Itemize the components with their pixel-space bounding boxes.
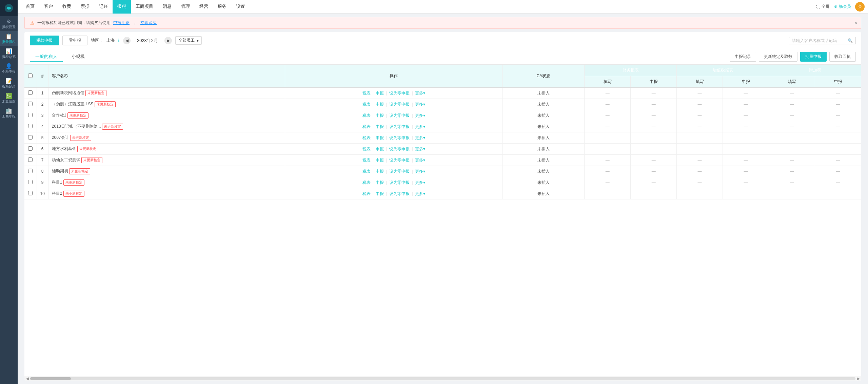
op-more[interactable]: 更多▾ [415,124,425,129]
row-checkbox[interactable] [28,146,33,151]
op-tax-table[interactable]: 税表 [362,169,371,174]
op-more[interactable]: 更多▾ [415,135,425,140]
sidebar-item-annual-calc[interactable]: 💹 汇算清缴 [0,91,18,106]
op-zero-declare[interactable]: 设为零申报 [389,113,410,118]
row-checkbox[interactable] [28,102,33,106]
row-f5: — [769,110,815,121]
nav-bookkeeping[interactable]: 记账 [94,0,113,14]
op-tax-table[interactable]: 税表 [362,135,371,140]
op-tax-table[interactable]: 税表 [362,91,371,95]
row-checkbox[interactable] [28,157,33,162]
avatar[interactable]: 会 [855,2,865,12]
search-icon[interactable]: 🔍 [848,38,853,43]
op-more[interactable]: 更多▾ [415,91,425,95]
row-checkbox[interactable] [28,90,33,95]
nav-home[interactable]: 首页 [21,0,39,14]
op-tax-table[interactable]: 税表 [362,191,371,196]
update-data-button[interactable]: 更新统定及取数 [759,52,797,62]
op-tax-table[interactable]: 税表 [362,102,371,107]
row-checkbox[interactable] [28,180,33,184]
nav-billing[interactable]: 收费 [58,0,76,14]
op-zero-declare[interactable]: 设为零申报 [389,191,410,196]
tab-general-taxpayer[interactable]: 一般的税人 [30,52,63,62]
sidebar-item-tax-settings[interactable]: ⚙ 报税设置 [0,16,18,31]
sidebar-item-tax-overview[interactable]: 📊 报税总览 [0,46,18,61]
op-more[interactable]: 更多▾ [415,191,425,196]
sidebar-item-batch-tax[interactable]: 📋 批量报税 [0,31,18,46]
row-checkbox[interactable] [28,135,33,140]
row-checkbox[interactable] [28,113,33,117]
op-declare[interactable]: 申报 [376,158,384,163]
op-tax-table[interactable]: 税表 [362,124,371,129]
op-declare[interactable]: 申报 [376,135,384,140]
op-zero-declare[interactable]: 设为零申报 [389,158,410,163]
nav-invoice[interactable]: 票据 [76,0,94,14]
op-more[interactable]: 更多▾ [415,147,425,151]
batch-declare-button[interactable]: 批量申报 [800,52,827,62]
retrieve-receipt-button[interactable]: 收取回执 [829,52,856,62]
sidebar-item-tax-records[interactable]: 📝 报税记录 [0,76,18,91]
prev-period-button[interactable]: ◀ [123,37,131,44]
op-declare[interactable]: 申报 [376,180,384,185]
select-all-checkbox[interactable] [28,73,33,78]
nav-operations[interactable]: 经营 [195,0,213,14]
row-checkbox[interactable] [28,191,33,195]
nav-messages[interactable]: 消息 [158,0,176,14]
op-zero-declare[interactable]: 设为零申报 [389,169,410,174]
nav-business-projects[interactable]: 工商项目 [131,0,158,14]
sidebar-item-personal-tax[interactable]: 👤 个税申报 [0,61,18,76]
declaration-log-button[interactable]: 申报记录 [730,52,756,62]
tab-zero-declaration[interactable]: 零申报 [62,36,87,45]
op-declare[interactable]: 申报 [376,102,384,107]
horizontal-scrollbar[interactable]: ◀ ▶ [24,376,861,381]
op-declare[interactable]: 申报 [376,147,384,151]
op-zero-declare[interactable]: 设为零申报 [389,135,410,140]
info-icon[interactable]: ℹ [118,38,120,43]
op-tax-table[interactable]: 税表 [362,180,371,185]
op-zero-declare[interactable]: 设为零申报 [389,102,410,107]
op-more[interactable]: 更多▾ [415,102,425,107]
op-declare[interactable]: 申报 [376,113,384,118]
dept-select[interactable]: 全部员工 ▾ [175,36,202,45]
op-more[interactable]: 更多▾ [415,158,425,163]
op-declare[interactable]: 申报 [376,124,384,129]
search-input[interactable] [792,38,846,43]
nav-services[interactable]: 服务 [213,0,231,14]
sidebar-item-business-annual[interactable]: 🏢 工商年报 [0,106,18,121]
status-tag: 未更新核定 [63,191,84,197]
row-checkbox-cell [24,132,37,144]
op-declare[interactable]: 申报 [376,91,384,95]
banner-link-buy[interactable]: 立即购买 [140,20,157,26]
nav-management[interactable]: 管理 [176,0,195,14]
op-declare[interactable]: 申报 [376,191,384,196]
scroll-right-arrow[interactable]: ▶ [857,376,860,381]
row-checkbox[interactable] [28,124,33,128]
op-more[interactable]: 更多▾ [415,180,425,185]
op-tax-table[interactable]: 税表 [362,158,371,163]
op-zero-declare[interactable]: 设为零申报 [389,91,410,95]
op-zero-declare[interactable]: 设为零申报 [389,180,410,185]
next-period-button[interactable]: ▶ [164,37,172,44]
nav-tax[interactable]: 报税 [113,0,131,14]
scroll-thumb[interactable] [30,377,71,380]
row-checkbox[interactable] [28,169,33,173]
tab-tax-declaration[interactable]: 税款申报 [30,36,59,45]
row-checkbox-cell [24,188,37,199]
op-declare[interactable]: 申报 [376,169,384,174]
nav-clients[interactable]: 客户 [39,0,58,14]
row-f6: — [815,121,861,132]
banner-link-summary[interactable]: 申报汇总 [113,20,130,26]
op-zero-declare[interactable]: 设为零申报 [389,124,410,129]
op-zero-declare[interactable]: 设为零申报 [389,147,410,151]
banner-close-button[interactable]: ✕ [854,21,857,25]
op-tax-table[interactable]: 税表 [362,147,371,151]
scroll-left-arrow[interactable]: ◀ [26,376,29,381]
upgrade-button[interactable]: ♛ 畅会员 [834,4,851,9]
fullscreen-button[interactable]: ⛶ 全屏 [816,4,830,9]
row-operations: 税表 | 申报 | 设为零申报 | 更多▾ [285,88,502,99]
op-tax-table[interactable]: 税表 [362,113,371,118]
nav-settings[interactable]: 设置 [231,0,250,14]
tab-small-scale[interactable]: 小规模 [66,52,90,62]
op-more[interactable]: 更多▾ [415,169,425,174]
op-more[interactable]: 更多▾ [415,113,425,118]
